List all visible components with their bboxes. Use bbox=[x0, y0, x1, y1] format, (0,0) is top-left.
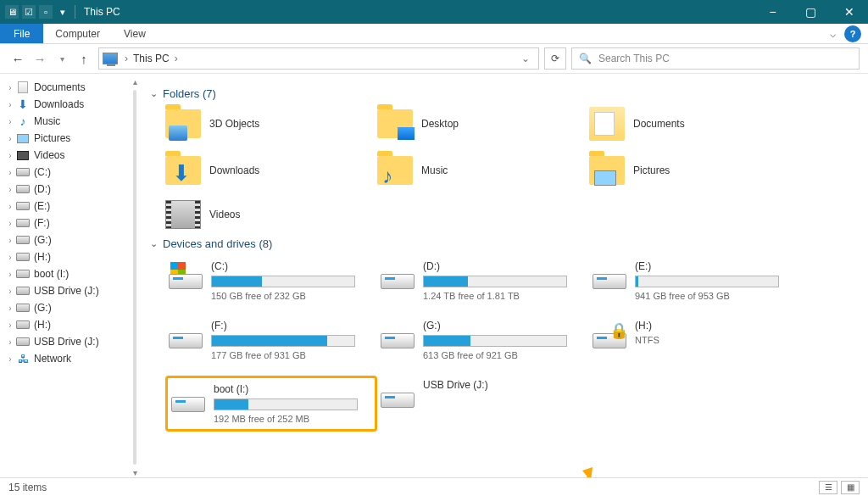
expand-caret-icon[interactable]: › bbox=[5, 354, 15, 364]
view-tab[interactable]: View bbox=[112, 24, 158, 43]
drive-tile[interactable]: (D:)1.24 TB free of 1.81 TB bbox=[377, 257, 589, 304]
properties-icon[interactable]: ☑ bbox=[22, 5, 36, 19]
storage-bar bbox=[214, 398, 358, 410]
expand-caret-icon[interactable]: › bbox=[5, 320, 15, 330]
folder-tile[interactable]: 3D Objects bbox=[165, 107, 377, 141]
expand-caret-icon[interactable]: › bbox=[5, 100, 15, 109]
expand-caret-icon[interactable]: › bbox=[5, 134, 15, 143]
tree-item[interactable]: ›USB Drive (J:) bbox=[0, 282, 131, 299]
tree-item-label: Downloads bbox=[34, 98, 84, 110]
scroll-thumb[interactable] bbox=[133, 90, 136, 465]
expand-caret-icon[interactable]: › bbox=[5, 253, 15, 262]
folders-section-header[interactable]: ⌄ Folders (7) bbox=[150, 87, 856, 100]
drive-icon bbox=[15, 267, 31, 281]
tree-item[interactable]: ›(F:) bbox=[0, 215, 131, 231]
expand-caret-icon[interactable]: › bbox=[5, 270, 15, 279]
maximize-button[interactable]: ▢ bbox=[792, 0, 830, 24]
expand-caret-icon[interactable]: › bbox=[5, 117, 15, 126]
search-icon: 🔍 bbox=[579, 53, 592, 64]
window-title: This PC bbox=[84, 6, 120, 18]
expand-caret-icon[interactable]: › bbox=[5, 202, 15, 211]
qa-dropdown-icon[interactable]: ▾ bbox=[56, 5, 70, 19]
drive-free-text: 613 GB free of 921 GB bbox=[423, 350, 586, 360]
help-icon[interactable]: ? bbox=[844, 25, 861, 42]
scroll-down-icon[interactable]: ▾ bbox=[133, 468, 137, 477]
folder-icon bbox=[165, 109, 201, 138]
tree-item[interactable]: ›(D:) bbox=[0, 181, 131, 198]
chevron-right-icon[interactable]: › bbox=[173, 53, 180, 64]
drive-label: (E:) bbox=[635, 260, 798, 272]
storage-bar bbox=[211, 276, 355, 287]
folder-tile[interactable]: ⬇Downloads bbox=[165, 156, 377, 185]
folder-tile[interactable]: Pictures bbox=[589, 156, 801, 185]
tiles-view-button[interactable]: ▦ bbox=[841, 481, 860, 494]
breadcrumb-this-pc[interactable]: This PC bbox=[130, 53, 173, 64]
computer-tab[interactable]: Computer bbox=[43, 24, 112, 43]
up-button[interactable]: ↑ bbox=[75, 49, 93, 68]
chevron-down-icon: ⌄ bbox=[150, 88, 158, 99]
tree-item[interactable]: ›Pictures bbox=[0, 130, 131, 147]
drive-tile[interactable]: boot (I:)192 MB free of 252 MB bbox=[165, 376, 377, 432]
drive-tile[interactable]: (F:)177 GB free of 931 GB bbox=[165, 316, 377, 364]
tree-item-label: Network bbox=[34, 353, 71, 365]
tree-item[interactable]: ›Videos bbox=[0, 147, 131, 164]
tree-item[interactable]: ›Documents bbox=[0, 79, 131, 96]
minimize-button[interactable]: − bbox=[754, 0, 792, 24]
tree-item[interactable]: ›(H:) bbox=[0, 316, 131, 333]
expand-caret-icon[interactable]: › bbox=[5, 168, 15, 177]
tree-item[interactable]: ›(G:) bbox=[0, 299, 131, 316]
folder-tile[interactable]: Desktop bbox=[377, 107, 589, 141]
expand-caret-icon[interactable]: › bbox=[5, 219, 15, 228]
folders-grid: 3D ObjectsDesktopDocuments⬇Downloads♪Mus… bbox=[165, 107, 856, 229]
refresh-button[interactable]: ⟳ bbox=[544, 47, 566, 70]
expand-caret-icon[interactable]: › bbox=[5, 304, 15, 313]
tree-item[interactable]: ›(H:) bbox=[0, 248, 131, 265]
drive-tile[interactable]: (E:)941 GB free of 953 GB bbox=[589, 257, 801, 304]
recent-locations-button[interactable]: ▾ bbox=[53, 49, 71, 68]
drive-tile[interactable]: (H:)NTFS bbox=[589, 316, 801, 364]
tree-item[interactable]: ›(E:) bbox=[0, 198, 131, 215]
drives-section-header[interactable]: ⌄ Devices and drives (8) bbox=[150, 237, 856, 250]
chevron-right-icon[interactable]: › bbox=[123, 53, 130, 64]
tree-item[interactable]: ›⬇Downloads bbox=[0, 96, 131, 113]
drive-tile[interactable]: (G:)613 GB free of 921 GB bbox=[377, 316, 589, 364]
navigation-tree[interactable]: ›Documents›⬇Downloads›♪Music›Pictures›Vi… bbox=[0, 74, 131, 477]
search-placeholder: Search This PC bbox=[598, 53, 670, 64]
tree-item[interactable]: ›boot (I:) bbox=[0, 265, 131, 282]
splitter[interactable]: ▴ ▾ bbox=[131, 74, 138, 477]
ribbon-collapse-icon[interactable]: ⌵ bbox=[825, 24, 841, 43]
back-button[interactable]: ← bbox=[8, 49, 27, 68]
folder-tile[interactable]: Videos bbox=[165, 200, 377, 229]
tree-item[interactable]: ›USB Drive (J:) bbox=[0, 333, 131, 350]
tree-item[interactable]: ›🖧Network bbox=[0, 350, 131, 367]
tree-item[interactable]: ›(G:) bbox=[0, 231, 131, 248]
music-icon: ♪ bbox=[15, 114, 31, 128]
scroll-up-icon[interactable]: ▴ bbox=[133, 77, 137, 86]
expand-caret-icon[interactable]: › bbox=[5, 287, 15, 296]
drive-tile[interactable]: USB Drive (J:) bbox=[377, 376, 589, 432]
forward-button[interactable]: → bbox=[31, 49, 49, 68]
expand-caret-icon[interactable]: › bbox=[5, 185, 15, 194]
address-bar[interactable]: › This PC › ⌄ bbox=[98, 47, 539, 70]
file-tab[interactable]: File bbox=[0, 24, 43, 43]
folder-label: Desktop bbox=[421, 118, 459, 130]
search-input[interactable]: 🔍 Search This PC bbox=[571, 47, 860, 70]
expand-caret-icon[interactable]: › bbox=[5, 337, 15, 347]
drive-icon bbox=[169, 265, 203, 289]
expand-caret-icon[interactable]: › bbox=[5, 151, 15, 160]
address-dropdown-icon[interactable]: ⌄ bbox=[516, 53, 535, 64]
tree-item-label: (D:) bbox=[34, 183, 51, 195]
expand-caret-icon[interactable]: › bbox=[5, 83, 15, 92]
drive-tile[interactable]: (C:)150 GB free of 232 GB bbox=[165, 257, 377, 304]
folder-tile[interactable]: Documents bbox=[589, 107, 801, 141]
expand-caret-icon[interactable]: › bbox=[5, 236, 15, 245]
drive-icon bbox=[169, 325, 203, 348]
tree-item[interactable]: ›♪Music bbox=[0, 113, 131, 130]
vid-icon bbox=[15, 148, 31, 162]
details-view-button[interactable]: ☰ bbox=[819, 481, 837, 494]
new-folder-icon[interactable]: ▫ bbox=[39, 5, 53, 19]
folder-tile[interactable]: ♪Music bbox=[377, 156, 589, 185]
tree-item[interactable]: ›(C:) bbox=[0, 164, 131, 181]
close-button[interactable]: ✕ bbox=[830, 0, 868, 24]
tree-item-label: (H:) bbox=[34, 251, 51, 263]
